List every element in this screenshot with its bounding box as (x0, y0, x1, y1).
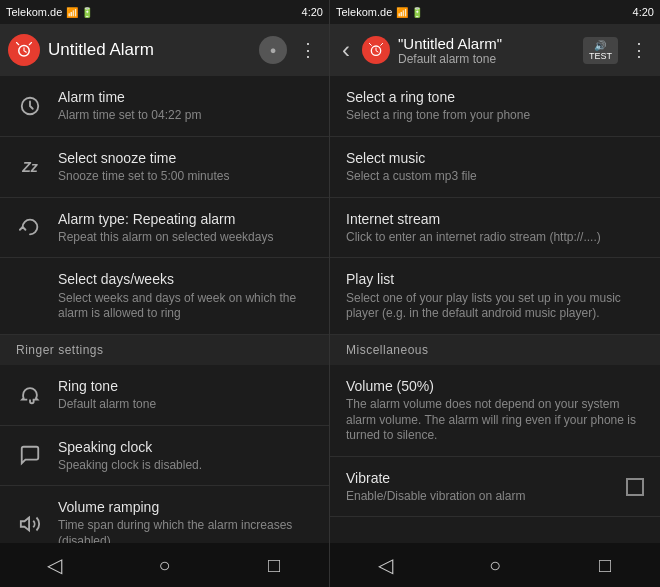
alarm-type-text: Alarm type: Repeating alarm Repeat this … (58, 210, 313, 246)
volume-ramping-icon (16, 510, 44, 538)
volume-label: TEST (589, 51, 612, 61)
alarm-type-item[interactable]: Alarm type: Repeating alarm Repeat this … (0, 198, 329, 259)
select-days-title: Select days/weeks (58, 270, 313, 288)
clock-icon (16, 92, 44, 120)
repeat-icon (16, 213, 44, 241)
menu-button-left[interactable]: ⋮ (295, 35, 321, 65)
status-bar-left: Telekom.de 📶 🔋 4:20 (0, 0, 329, 24)
right-title-group: "Untitled Alarm" Default alarm tone (398, 35, 575, 66)
back-btn-right[interactable]: ‹ (338, 32, 354, 68)
snooze-time-title: Select snooze time (58, 149, 313, 167)
volume-test-button[interactable]: 🔊 TEST (583, 37, 618, 64)
carrier-right: Telekom.de (336, 6, 392, 18)
top-bar-right: ‹ "Untitled Alarm" Default alarm tone 🔊 … (330, 24, 660, 76)
speaking-clock-subtitle: Speaking clock is disabled. (58, 458, 313, 474)
status-carrier-left: Telekom.de 📶 🔋 (6, 6, 93, 18)
ring-tone-title: Ring tone (58, 377, 313, 395)
svg-marker-2 (21, 518, 29, 531)
vibrate-subtitle: Enable/Disable vibration on alarm (346, 489, 612, 505)
select-ring-tone-item[interactable]: Select a ring tone Select a ring tone fr… (330, 76, 660, 137)
select-music-title: Select music (346, 149, 644, 167)
volume-ramping-text: Volume ramping Time span during which th… (58, 498, 313, 543)
status-time-left: 4:20 (302, 6, 323, 18)
volume-subtitle: The alarm volume does not depend on your… (346, 397, 644, 444)
alarm-icon-right (362, 36, 390, 64)
alarm-time-title: Alarm time (58, 88, 313, 106)
days-icon (16, 282, 44, 310)
alarm-icon-left (8, 34, 40, 66)
volume-item[interactable]: Volume (50%) The alarm volume does not d… (330, 365, 660, 457)
status-time-right: 4:20 (633, 6, 654, 18)
select-ring-tone-subtitle: Select a ring tone from your phone (346, 108, 644, 124)
top-bar-left: Untitled Alarm ● ⋮ (0, 24, 329, 76)
alarm-time-item[interactable]: Alarm time Alarm time set to 04:22 pm (0, 76, 329, 137)
right-panel-content: Select a ring tone Select a ring tone fr… (330, 76, 660, 543)
home-button-right[interactable]: ○ (470, 543, 520, 587)
select-days-item[interactable]: Select days/weeks Select weeks and days … (0, 258, 329, 334)
volume-title: Volume (50%) (346, 377, 644, 395)
ring-tone-icon (16, 381, 44, 409)
volume-ramping-subtitle: Time span during which the alarm increas… (58, 518, 313, 543)
snooze-time-text: Select snooze time Snooze time set to 5:… (58, 149, 313, 185)
internet-stream-subtitle: Click to enter an internet radio stream … (346, 230, 644, 246)
alarm-time-subtitle: Alarm time set to 04:22 pm (58, 108, 313, 124)
vibrate-item[interactable]: Vibrate Enable/Disable vibration on alar… (330, 457, 660, 518)
right-panel: Telekom.de 📶 🔋 4:20 ‹ "Untitled Alarm" D… (330, 0, 660, 587)
bottom-nav-left: ◁ ○ □ (0, 543, 329, 587)
status-icons-left: 📶 🔋 (66, 7, 93, 18)
speaking-clock-icon (16, 441, 44, 469)
speaking-clock-item[interactable]: Speaking clock Speaking clock is disable… (0, 426, 329, 487)
ringer-section-header: Ringer settings (0, 335, 329, 365)
status-icons-right: 📶 🔋 (396, 7, 423, 18)
vibrate-title: Vibrate (346, 469, 612, 487)
recent-button-right[interactable]: □ (580, 543, 630, 587)
alarm-type-title: Alarm type: Repeating alarm (58, 210, 313, 228)
left-panel-content: Alarm time Alarm time set to 04:22 pm Zz… (0, 76, 329, 543)
snooze-icon: Zz (16, 153, 44, 181)
bottom-nav-right: ◁ ○ □ (330, 543, 660, 587)
select-music-item[interactable]: Select music Select a custom mp3 file (330, 137, 660, 198)
home-button-left[interactable]: ○ (139, 543, 189, 587)
carrier-left: Telekom.de (6, 6, 62, 18)
misc-section-header-right: Miscellaneous (330, 335, 660, 365)
select-music-subtitle: Select a custom mp3 file (346, 169, 644, 185)
recent-button-left[interactable]: □ (249, 543, 299, 587)
snooze-time-item[interactable]: Zz Select snooze time Snooze time set to… (0, 137, 329, 198)
internet-stream-title: Internet stream (346, 210, 644, 228)
ring-tone-item[interactable]: Ring tone Default alarm tone (0, 365, 329, 426)
back-button-left[interactable]: ◁ (30, 543, 80, 587)
play-list-subtitle: Select one of your play lists you set up… (346, 291, 644, 322)
alarm-type-subtitle: Repeat this alarm on selected weekdays (58, 230, 313, 246)
snooze-time-subtitle: Snooze time set to 5:00 minutes (58, 169, 313, 185)
menu-button-right[interactable]: ⋮ (626, 35, 652, 65)
volume-ramping-item[interactable]: Volume ramping Time span during which th… (0, 486, 329, 543)
speaking-clock-text: Speaking clock Speaking clock is disable… (58, 438, 313, 474)
toggle-button-left[interactable]: ● (259, 36, 287, 64)
page-title-left: Untitled Alarm (48, 40, 251, 60)
speaking-clock-title: Speaking clock (58, 438, 313, 456)
select-days-subtitle: Select weeks and days of week on which t… (58, 291, 313, 322)
select-days-text: Select days/weeks Select weeks and days … (58, 270, 313, 321)
left-panel: Telekom.de 📶 🔋 4:20 Untitled Alarm ● ⋮ (0, 0, 330, 587)
status-bar-right: Telekom.de 📶 🔋 4:20 (330, 0, 660, 24)
play-list-item[interactable]: Play list Select one of your play lists … (330, 258, 660, 334)
alarm-time-text: Alarm time Alarm time set to 04:22 pm (58, 88, 313, 124)
ring-tone-text: Ring tone Default alarm tone (58, 377, 313, 413)
back-button-right[interactable]: ◁ (360, 543, 410, 587)
select-ring-tone-title: Select a ring tone (346, 88, 644, 106)
right-title-main: "Untitled Alarm" (398, 35, 575, 52)
volume-ramping-title: Volume ramping (58, 498, 313, 516)
internet-stream-item[interactable]: Internet stream Click to enter an intern… (330, 198, 660, 259)
vibrate-checkbox[interactable] (626, 478, 644, 496)
right-title-sub: Default alarm tone (398, 52, 575, 66)
volume-icon: 🔊 (594, 40, 606, 51)
play-list-title: Play list (346, 270, 644, 288)
ring-tone-subtitle: Default alarm tone (58, 397, 313, 413)
